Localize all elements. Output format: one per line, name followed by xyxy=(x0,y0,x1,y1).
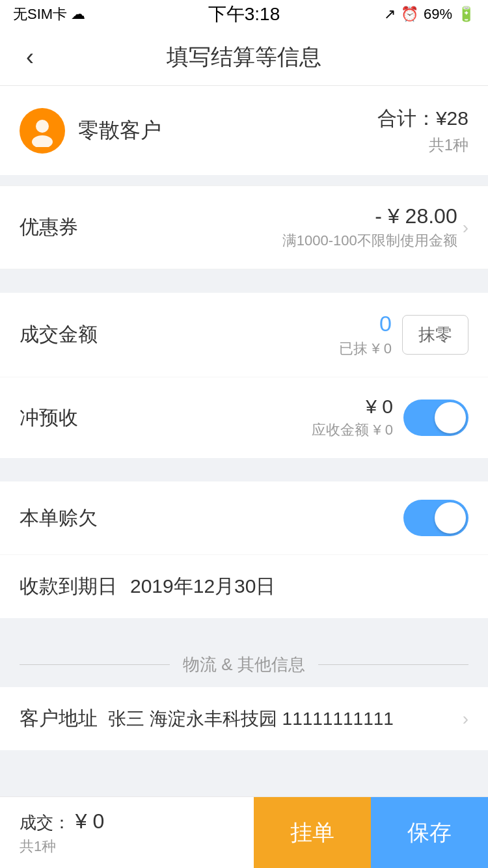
prepay-sub: 应收金额 ¥ 0 xyxy=(312,420,393,440)
due-date-value[interactable]: 2019年12月30日 xyxy=(130,573,275,600)
amount-wrapper: 0 已抹 ¥ 0 xyxy=(339,311,392,359)
coupon-right: - ¥ 28.00 满1000-100不限制使用金额 › xyxy=(282,204,468,251)
toggle-knob xyxy=(435,402,466,433)
transaction-section: 成交金额 0 已抹 ¥ 0 抹零 冲预收 ¥ 0 应收金额 ¥ 0 xyxy=(0,293,488,458)
round-off-button[interactable]: 抹零 xyxy=(402,315,468,355)
coupon-section[interactable]: 优惠券 - ¥ 28.00 满1000-100不限制使用金额 › xyxy=(0,185,488,269)
battery-icon: 🔋 xyxy=(457,6,475,23)
customer-info: 零散客户 xyxy=(20,108,161,154)
hold-button[interactable]: 挂单 xyxy=(254,797,371,869)
status-left: 无SIM卡 ☁ xyxy=(13,5,85,24)
address-row[interactable]: 客户地址 张三 海淀永丰科技园 11111111111 › xyxy=(0,687,488,750)
no-sim-text: 无SIM卡 ☁ xyxy=(13,5,85,24)
back-button[interactable]: ‹ xyxy=(20,37,40,77)
address-label: 客户地址 xyxy=(20,705,98,732)
total-count: 共1种 xyxy=(377,135,468,156)
prepayment-toggle[interactable] xyxy=(403,400,468,436)
status-time: 下午3:18 xyxy=(208,2,280,27)
prepay-amount-block: ¥ 0 应收金额 ¥ 0 xyxy=(312,396,393,440)
coupon-desc: 满1000-100不限制使用金额 xyxy=(282,231,457,251)
bottom-left: 成交： ¥ 0 共1种 xyxy=(0,809,254,856)
avatar xyxy=(20,108,65,154)
logistics-header: 物流 & 其他信息 xyxy=(0,642,488,687)
location-icon: ↗ xyxy=(384,6,396,23)
coupon-amount: - ¥ 28.00 xyxy=(282,204,457,228)
battery-text: 69% xyxy=(424,6,452,23)
due-date-label: 收款到期日 xyxy=(20,573,117,600)
bottom-bar: 成交： ¥ 0 共1种 挂单 保存 xyxy=(0,796,488,868)
coupon-detail: - ¥ 28.00 满1000-100不限制使用金额 xyxy=(282,204,457,251)
total-amount: 合计：¥28 xyxy=(377,105,468,132)
transaction-label: 成交金额 xyxy=(20,321,98,348)
nav-bar: ‹ 填写结算等信息 xyxy=(0,29,488,86)
bottom-deal-count: 共1种 xyxy=(20,837,234,856)
section-divider-1 xyxy=(0,280,488,293)
customer-section: 零散客户 合计：¥28 共1种 xyxy=(0,86,488,175)
content: 零散客户 合计：¥28 共1种 优惠券 - ¥ 28.00 满1000-100不… xyxy=(0,86,488,828)
svg-point-0 xyxy=(36,120,49,133)
prepay-amount: ¥ 0 xyxy=(312,396,393,418)
alarm-icon: ⏰ xyxy=(401,6,418,23)
svg-point-1 xyxy=(32,135,53,147)
debt-section: 本单赊欠 收款到期日 2019年12月30日 xyxy=(0,481,488,618)
status-right: ↗ ⏰ 69% 🔋 xyxy=(384,6,475,23)
due-date-row: 收款到期日 2019年12月30日 xyxy=(0,554,488,618)
page-title: 填写结算等信息 xyxy=(167,42,321,72)
save-button[interactable]: 保存 xyxy=(371,797,488,869)
address-value: 张三 海淀永丰科技园 11111111111 xyxy=(108,707,452,731)
logistics-label: 物流 & 其他信息 xyxy=(170,653,318,676)
prepay-right: ¥ 0 应收金额 ¥ 0 xyxy=(312,396,468,440)
bottom-deal-row: 成交： ¥ 0 xyxy=(20,809,234,834)
debt-toggle[interactable] xyxy=(403,500,468,536)
prepay-label: 冲预收 xyxy=(20,405,78,431)
bottom-deal-amount: ¥ 0 xyxy=(75,809,104,833)
section-divider-3 xyxy=(0,629,488,642)
status-bar: 无SIM卡 ☁ 下午3:18 ↗ ⏰ 69% 🔋 xyxy=(0,0,488,29)
transaction-amount-row: 成交金额 0 已抹 ¥ 0 抹零 xyxy=(0,293,488,377)
section-divider-2 xyxy=(0,468,488,481)
bottom-deal-label: 成交： xyxy=(20,813,70,832)
transaction-value[interactable]: 0 xyxy=(339,311,392,336)
debt-row: 本单赊欠 xyxy=(0,481,488,554)
transaction-right: 0 已抹 ¥ 0 抹零 xyxy=(339,311,468,359)
prepayment-row: 冲预收 ¥ 0 应收金额 ¥ 0 xyxy=(0,377,488,458)
debt-toggle-knob xyxy=(435,502,466,534)
customer-name: 零散客户 xyxy=(78,116,161,145)
transaction-sub: 已抹 ¥ 0 xyxy=(339,339,392,359)
coupon-label: 优惠券 xyxy=(20,214,78,241)
customer-total: 合计：¥28 共1种 xyxy=(377,105,468,156)
debt-label: 本单赊欠 xyxy=(20,505,98,532)
chevron-right-icon: › xyxy=(463,217,468,238)
address-chevron-icon: › xyxy=(463,709,468,729)
